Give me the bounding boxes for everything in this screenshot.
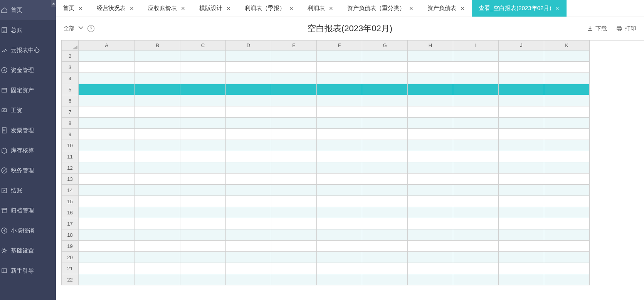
cell-B9[interactable] <box>135 129 180 140</box>
cell-J11[interactable] <box>499 151 544 162</box>
cell-F16[interactable] <box>317 207 362 218</box>
cell-G9[interactable] <box>362 129 408 140</box>
cell-D11[interactable] <box>226 151 271 162</box>
cell-B19[interactable] <box>135 241 180 252</box>
close-icon[interactable]: ✕ <box>460 5 465 12</box>
cell-I7[interactable] <box>453 106 499 118</box>
cell-A20[interactable] <box>79 252 135 263</box>
cell-E21[interactable] <box>271 263 317 274</box>
cell-I4[interactable] <box>453 73 499 84</box>
cell-K13[interactable] <box>544 174 590 185</box>
cell-I19[interactable] <box>453 241 499 252</box>
cell-D22[interactable] <box>226 274 271 285</box>
row-header-6[interactable]: 6 <box>62 95 79 106</box>
cell-E4[interactable] <box>271 73 317 84</box>
cell-D5[interactable] <box>226 84 271 95</box>
cell-G2[interactable] <box>362 51 408 62</box>
row-header-20[interactable]: 20 <box>62 252 79 263</box>
close-icon[interactable]: ✕ <box>78 5 83 12</box>
cell-C18[interactable] <box>180 229 226 241</box>
cell-H19[interactable] <box>408 241 453 252</box>
cell-J15[interactable] <box>499 196 544 207</box>
cell-E11[interactable] <box>271 151 317 162</box>
cell-E2[interactable] <box>271 51 317 62</box>
cell-E14[interactable] <box>271 185 317 196</box>
tab-3[interactable]: 模版设计✕ <box>192 0 238 17</box>
row-header-2[interactable]: 2 <box>62 51 79 62</box>
cell-H12[interactable] <box>408 162 453 174</box>
cell-K15[interactable] <box>544 196 590 207</box>
cell-D19[interactable] <box>226 241 271 252</box>
cell-J7[interactable] <box>499 106 544 118</box>
cell-J5[interactable] <box>499 84 544 95</box>
cell-J9[interactable] <box>499 129 544 140</box>
tab-2[interactable]: 应收账龄表✕ <box>141 0 192 17</box>
cell-B7[interactable] <box>135 106 180 118</box>
cell-G10[interactable] <box>362 140 408 151</box>
cell-J21[interactable] <box>499 263 544 274</box>
cell-I10[interactable] <box>453 140 499 151</box>
row-header-8[interactable]: 8 <box>62 118 79 129</box>
cell-C20[interactable] <box>180 252 226 263</box>
cell-K9[interactable] <box>544 129 590 140</box>
col-header-K[interactable]: K <box>544 40 590 51</box>
cell-B21[interactable] <box>135 263 180 274</box>
col-header-B[interactable]: B <box>135 40 180 51</box>
cell-B17[interactable] <box>135 218 180 229</box>
row-header-19[interactable]: 19 <box>62 241 79 252</box>
cell-E20[interactable] <box>271 252 317 263</box>
cell-D18[interactable] <box>226 229 271 241</box>
cell-G21[interactable] <box>362 263 408 274</box>
cell-H21[interactable] <box>408 263 453 274</box>
sidebar-item-settings[interactable]: 基础设置 <box>0 241 56 261</box>
row-header-18[interactable]: 18 <box>62 229 79 241</box>
cell-B13[interactable] <box>135 174 180 185</box>
cell-D20[interactable] <box>226 252 271 263</box>
cell-D14[interactable] <box>226 185 271 196</box>
cell-K12[interactable] <box>544 162 590 174</box>
cell-G12[interactable] <box>362 162 408 174</box>
cell-E16[interactable] <box>271 207 317 218</box>
cell-A3[interactable] <box>79 62 135 73</box>
cell-C6[interactable] <box>180 95 226 106</box>
tab-6[interactable]: 资产负债表（重分类）✕ <box>340 0 420 17</box>
cell-D7[interactable] <box>226 106 271 118</box>
cell-K16[interactable] <box>544 207 590 218</box>
cell-E13[interactable] <box>271 174 317 185</box>
cell-A5[interactable] <box>79 84 135 95</box>
cell-A10[interactable] <box>79 140 135 151</box>
cell-G7[interactable] <box>362 106 408 118</box>
cell-H18[interactable] <box>408 229 453 241</box>
cell-A16[interactable] <box>79 207 135 218</box>
cell-J13[interactable] <box>499 174 544 185</box>
cell-E10[interactable] <box>271 140 317 151</box>
cell-A22[interactable] <box>79 274 135 285</box>
cell-C3[interactable] <box>180 62 226 73</box>
cell-K14[interactable] <box>544 185 590 196</box>
cell-C10[interactable] <box>180 140 226 151</box>
sidebar-item-ledger[interactable]: 总账 <box>0 20 56 40</box>
cell-A2[interactable] <box>79 51 135 62</box>
cell-G14[interactable] <box>362 185 408 196</box>
cell-E22[interactable] <box>271 274 317 285</box>
cell-J17[interactable] <box>499 218 544 229</box>
cell-E17[interactable] <box>271 218 317 229</box>
cell-A9[interactable] <box>79 129 135 140</box>
col-header-F[interactable]: F <box>317 40 362 51</box>
cell-C12[interactable] <box>180 162 226 174</box>
cell-F18[interactable] <box>317 229 362 241</box>
cell-K8[interactable] <box>544 118 590 129</box>
cell-I5[interactable] <box>453 84 499 95</box>
sidebar-item-report[interactable]: 云报表中心 <box>0 40 56 60</box>
cell-F6[interactable] <box>317 95 362 106</box>
cell-J18[interactable] <box>499 229 544 241</box>
cell-J2[interactable] <box>499 51 544 62</box>
cell-B8[interactable] <box>135 118 180 129</box>
cell-E12[interactable] <box>271 162 317 174</box>
cell-D2[interactable] <box>226 51 271 62</box>
cell-J19[interactable] <box>499 241 544 252</box>
cell-I16[interactable] <box>453 207 499 218</box>
row-header-21[interactable]: 21 <box>62 263 79 274</box>
cell-E5[interactable] <box>271 84 317 95</box>
cell-G4[interactable] <box>362 73 408 84</box>
